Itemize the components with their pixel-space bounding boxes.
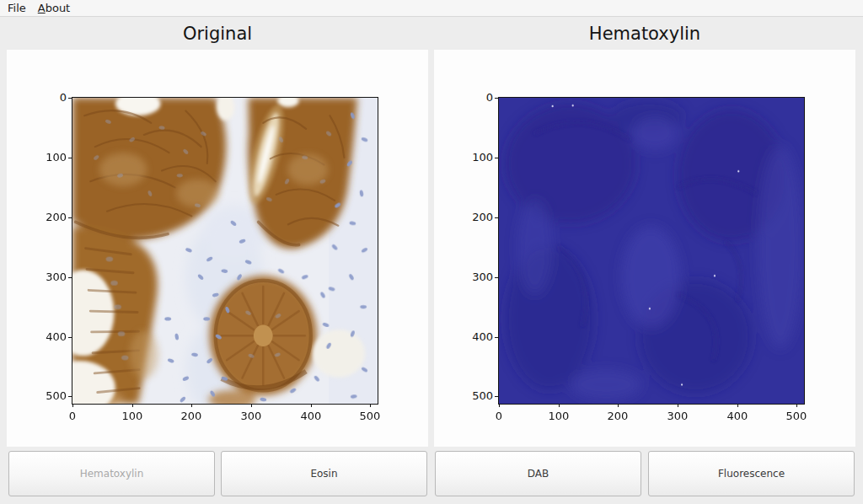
x-tick-label: 0 xyxy=(482,410,516,422)
y-tick-label: 100 xyxy=(33,151,67,164)
y-tick-label: 300 xyxy=(459,271,493,284)
y-tick-label: 500 xyxy=(33,389,67,403)
fluorescence-button[interactable]: Fluorescence xyxy=(648,451,855,496)
original-histology-image xyxy=(72,98,378,404)
y-tick-label: 0 xyxy=(459,91,493,105)
x-tick-label: 100 xyxy=(542,410,576,422)
tick-mark xyxy=(132,404,133,407)
x-tick-label: 0 xyxy=(56,410,89,422)
menu-file[interactable]: File xyxy=(2,0,32,16)
hematoxylin-channel-image xyxy=(499,98,804,404)
dab-button[interactable]: DAB xyxy=(435,451,641,496)
tick-mark xyxy=(737,404,738,407)
x-tick-label: 300 xyxy=(234,410,268,422)
x-tick-label: 100 xyxy=(115,410,149,422)
tick-mark xyxy=(68,396,72,397)
y-tick-label: 300 xyxy=(33,271,67,284)
original-figure-canvas: 0 100 200 300 400 500 0 100 200 300 400 … xyxy=(7,50,428,447)
tick-mark xyxy=(68,277,72,278)
tick-mark xyxy=(559,404,560,407)
y-tick-label: 0 xyxy=(33,91,67,105)
x-tick-label: 400 xyxy=(294,410,328,422)
menu-about-label: bout xyxy=(46,2,71,14)
x-tick-label: 400 xyxy=(721,410,754,422)
tick-mark xyxy=(678,404,678,407)
tick-mark xyxy=(495,277,498,278)
hematoxylin-title: Hematoxylin xyxy=(434,24,855,44)
y-tick-label: 100 xyxy=(459,151,493,164)
y-tick-label: 400 xyxy=(459,330,493,344)
tick-mark xyxy=(370,404,371,407)
original-title: Original xyxy=(7,24,428,44)
tick-mark xyxy=(68,98,72,99)
tick-mark xyxy=(495,158,498,158)
tick-mark xyxy=(618,404,619,407)
tick-mark xyxy=(68,217,72,218)
tick-mark xyxy=(499,404,500,407)
x-tick-label: 300 xyxy=(661,410,694,422)
y-tick-label: 500 xyxy=(459,389,493,403)
x-tick-label: 500 xyxy=(780,410,813,422)
tick-mark xyxy=(495,217,498,218)
y-tick-label: 200 xyxy=(33,211,67,224)
tick-mark xyxy=(495,337,498,338)
hematoxylin-plot-area: 0 100 200 300 400 500 0 100 200 300 400 … xyxy=(498,97,805,405)
x-tick-label: 200 xyxy=(601,410,635,422)
hematoxylin-button[interactable]: Hematoxylin xyxy=(8,451,215,496)
tick-mark xyxy=(68,337,72,338)
tick-mark xyxy=(191,404,192,407)
menu-about[interactable]: About xyxy=(32,0,76,16)
tick-mark xyxy=(251,404,252,407)
hematoxylin-figure-canvas: 0 100 200 300 400 500 0 100 200 300 400 … xyxy=(434,50,855,447)
tick-mark xyxy=(311,404,312,407)
tick-mark xyxy=(68,158,72,158)
x-tick-label: 200 xyxy=(174,410,208,422)
y-tick-label: 200 xyxy=(459,211,493,224)
original-plot-area: 0 100 200 300 400 500 0 100 200 300 400 … xyxy=(72,97,378,405)
y-tick-label: 400 xyxy=(33,330,67,344)
tick-mark xyxy=(72,404,73,407)
tick-mark xyxy=(796,404,797,407)
tick-mark xyxy=(495,396,498,397)
app-window: File About Original Hematoxylin xyxy=(0,0,863,504)
x-tick-label: 500 xyxy=(353,410,387,422)
menu-about-accelerator: A xyxy=(38,2,46,14)
eosin-button[interactable]: Eosin xyxy=(221,451,427,496)
menu-bar: File About xyxy=(0,0,863,17)
tick-mark xyxy=(495,98,498,99)
